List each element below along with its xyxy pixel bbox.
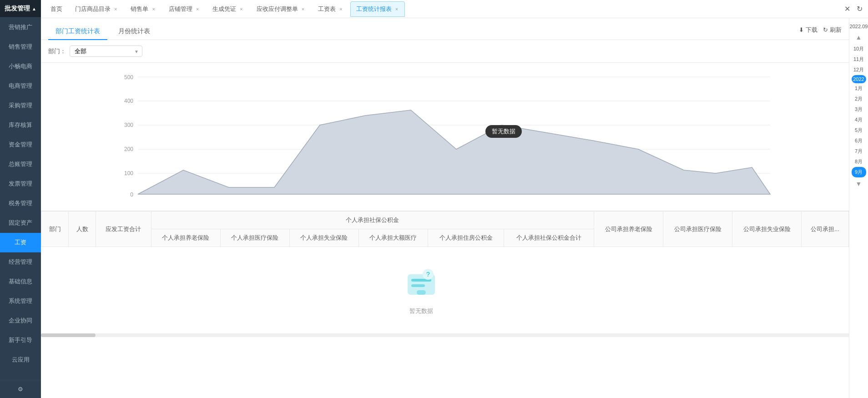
table-row: ? 暂无数据 xyxy=(41,247,849,334)
sidebar-item-小畅电商[interactable]: 小畅电商 xyxy=(0,57,41,76)
sidebar-item-电商管理[interactable]: 电商管理 xyxy=(0,76,41,96)
timeline-current-year: 2022.09 xyxy=(849,22,868,31)
tab-bar-actions: ✕ ↻ xyxy=(843,4,864,14)
col-total-salary: 应发工资合计 xyxy=(96,212,151,247)
timeline-7月[interactable]: 7月 xyxy=(852,146,866,156)
sidebar-item-经营管理[interactable]: 经营管理 xyxy=(0,252,41,272)
timeline-2022[interactable]: 2022 xyxy=(852,75,866,83)
tab-close-icon[interactable]: × xyxy=(301,6,305,12)
sidebar-item-新手引导[interactable]: 新手引导 xyxy=(0,331,41,350)
table-scrollbar[interactable] xyxy=(41,333,849,337)
dept-select-wrapper: 全部 xyxy=(70,45,142,57)
svg-text:300: 300 xyxy=(124,122,133,128)
sidebar-item-云应用[interactable]: 云应用 xyxy=(0,350,41,370)
sidebar-item-销售管理[interactable]: 销售管理 xyxy=(0,37,41,57)
sidebar-item-资金管理[interactable]: 资金管理 xyxy=(0,135,41,155)
sidebar-item-营销推广[interactable]: 营销推广 xyxy=(0,18,41,37)
svg-text:200: 200 xyxy=(124,146,133,152)
table-header-row: 部门 人数 应发工资合计 个人承担社保公积金 公司承担养老保险 公司承担医疗保险… xyxy=(41,212,849,229)
tab-工资统计报表[interactable]: 工资统计报表× xyxy=(350,1,405,17)
tab-销售单[interactable]: 销售单× xyxy=(125,1,161,17)
col-personal-unemployment: 个人承担失业保险 xyxy=(289,229,358,247)
tab-close-icon[interactable]: × xyxy=(338,6,343,12)
data-table: 部门 人数 应发工资合计 个人承担社保公积金 公司承担养老保险 公司承担医疗保险… xyxy=(41,211,849,333)
sidebar-item-基础信息[interactable]: 基础信息 xyxy=(0,272,41,292)
tab-门店商品目录[interactable]: 门店商品目录× xyxy=(69,1,124,17)
sidebar-item-税务管理[interactable]: 税务管理 xyxy=(0,194,41,213)
sidebar-header[interactable]: 批发管理 ▲ xyxy=(0,0,41,18)
timeline-12月[interactable]: 12月 xyxy=(852,65,866,75)
timeline-up-nav[interactable]: ▲ xyxy=(849,32,868,43)
timeline-2月[interactable]: 2月 xyxy=(852,94,866,104)
toolbar-left: 部门： 全部 xyxy=(48,45,142,57)
timeline-6月[interactable]: 6月 xyxy=(852,136,866,146)
page-content: 部门工资统计表月份统计表 ⬇ 下载 ↻ 刷新 部门： xyxy=(41,18,868,398)
sub-tab-月份统计表[interactable]: 月份统计表 xyxy=(111,24,157,40)
col-personal-total: 个人承担社保公积金合计 xyxy=(504,229,594,247)
settings-button[interactable]: ⚙ xyxy=(0,380,41,398)
timeline-8月[interactable]: 8月 xyxy=(852,156,866,167)
sub-tabs: 部门工资统计表月份统计表 ⬇ 下载 ↻ 刷新 xyxy=(41,18,849,40)
timeline-1月[interactable]: 1月 xyxy=(852,83,866,94)
sidebar-item-工资[interactable]: 工资 xyxy=(0,233,41,252)
timeline-3月[interactable]: 3月 xyxy=(852,104,866,115)
svg-text:0: 0 xyxy=(130,191,133,198)
empty-cell: ? 暂无数据 xyxy=(41,247,802,334)
timeline-10月[interactable]: 10月 xyxy=(852,44,866,54)
timeline-down-nav[interactable]: ▼ xyxy=(849,178,868,189)
svg-rect-18 xyxy=(417,290,426,295)
tab-close-icon[interactable]: × xyxy=(113,6,118,12)
download-button[interactable]: ⬇ 下载 xyxy=(799,26,818,34)
tab-label: 工资表 xyxy=(318,5,336,13)
svg-text:400: 400 xyxy=(124,98,133,104)
sidebar-item-总账管理[interactable]: 总账管理 xyxy=(0,155,41,174)
timeline-panel: 2022.09 ▲ 10月11月12月20221月2月3月4月5月6月7月8月9… xyxy=(849,18,868,398)
tab-首页[interactable]: 首页 xyxy=(45,1,68,17)
dept-select[interactable]: 全部 xyxy=(70,45,142,57)
sidebar-item-企业协同[interactable]: 企业协同 xyxy=(0,311,41,331)
tab-生成凭证[interactable]: 生成凭证× xyxy=(207,1,249,17)
tab-应收应付调整单[interactable]: 应收应付调整单× xyxy=(251,1,311,17)
col-dept: 部门 xyxy=(41,212,69,247)
svg-marker-12 xyxy=(138,110,770,194)
svg-rect-15 xyxy=(411,284,425,287)
refresh-tabs-icon[interactable]: ↻ xyxy=(855,4,864,14)
timeline-9月[interactable]: 9月 xyxy=(852,167,866,177)
tab-close-icon[interactable]: × xyxy=(239,6,243,12)
empty-icon: ? xyxy=(403,265,439,302)
tab-close-icon[interactable]: × xyxy=(151,6,156,12)
sidebar-header-label: 批发管理 xyxy=(5,5,30,13)
refresh-button[interactable]: ↻ 刷新 xyxy=(823,26,842,34)
chart-area: 500 400 300 200 100 0 xyxy=(41,63,849,211)
col-count: 人数 xyxy=(69,212,96,247)
inner-content: 部门工资统计表月份统计表 ⬇ 下载 ↻ 刷新 部门： xyxy=(41,18,849,398)
dept-label: 部门： xyxy=(48,47,66,55)
tab-label: 门店商品目录 xyxy=(75,5,111,13)
download-icon: ⬇ xyxy=(799,26,804,33)
sidebar-item-库存核算[interactable]: 库存核算 xyxy=(0,116,41,135)
tab-close-icon[interactable]: × xyxy=(394,6,399,12)
sidebar-item-系统管理[interactable]: 系统管理 xyxy=(0,292,41,311)
main-area: 首页门店商品目录×销售单×店铺管理×生成凭证×应收应付调整单×工资表×工资统计报… xyxy=(41,0,868,398)
tab-label: 店铺管理 xyxy=(169,5,192,13)
table-empty-text: 暂无数据 xyxy=(409,307,433,315)
timeline-11月[interactable]: 11月 xyxy=(852,54,866,65)
timeline-4月[interactable]: 4月 xyxy=(852,115,866,125)
tab-bar: 首页门店商品目录×销售单×店铺管理×生成凭证×应收应付调整单×工资表×工资统计报… xyxy=(41,0,868,18)
refresh-icon: ↻ xyxy=(823,26,828,33)
sidebar-item-固定资产[interactable]: 固定资产 xyxy=(0,213,41,233)
sidebar-toggle-icon: ▲ xyxy=(32,6,36,11)
col-company-pension: 公司承担养老保险 xyxy=(594,212,663,247)
close-all-icon[interactable]: ✕ xyxy=(843,4,852,14)
refresh-label: 刷新 xyxy=(830,26,842,34)
col-personal-major-medical: 个人承担大额医疗 xyxy=(358,229,428,247)
col-company-other: 公司承担... xyxy=(802,212,849,247)
sub-tab-部门工资统计表[interactable]: 部门工资统计表 xyxy=(48,24,107,40)
tab-close-icon[interactable]: × xyxy=(195,6,200,12)
timeline-5月[interactable]: 5月 xyxy=(852,125,866,136)
tab-店铺管理[interactable]: 店铺管理× xyxy=(163,1,206,17)
tab-工资表[interactable]: 工资表× xyxy=(312,1,349,17)
sidebar-item-发票管理[interactable]: 发票管理 xyxy=(0,174,41,194)
table-area[interactable]: 部门 人数 应发工资合计 个人承担社保公积金 公司承担养老保险 公司承担医疗保险… xyxy=(41,211,849,398)
sidebar-item-采购管理[interactable]: 采购管理 xyxy=(0,96,41,116)
